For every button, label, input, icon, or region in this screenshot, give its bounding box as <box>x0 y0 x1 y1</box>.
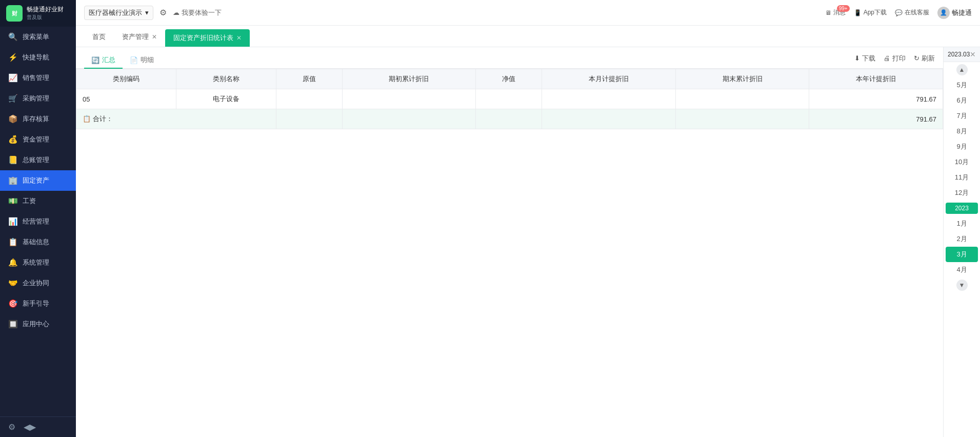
refresh-label: 刷新 <box>922 54 935 63</box>
print-icon: 🖨 <box>884 54 890 62</box>
nav-down-circle[interactable]: ▼ <box>956 280 968 291</box>
date-nav-down[interactable]: ▼ <box>944 277 980 293</box>
fixed-asset-icon: 🏢 <box>8 176 17 185</box>
row-monthly-dep <box>542 89 676 109</box>
sidebar-label-quicknav: 快捷导航 <box>23 53 49 62</box>
sidebar-item-inventory[interactable]: 📦 库存核算 <box>0 109 76 129</box>
print-btn[interactable]: 🖨 打印 <box>884 54 906 63</box>
subtotal-row: 📋 合计： 791.67 <box>76 109 943 129</box>
date-year-badge[interactable]: 2023 <box>946 203 978 214</box>
sales-icon: 📈 <box>8 73 17 83</box>
sidebar-item-system[interactable]: 🔔 系统管理 <box>0 252 76 273</box>
sidebar-label-purchase: 采购管理 <box>23 94 49 103</box>
date-panel: 2023.03 ✕ ⤢ ▲ 5月 6月 7月 8月 9月 10月 11月 12月… <box>943 47 980 437</box>
subtotal-net-value <box>476 109 542 129</box>
date-month-6[interactable]: 6月 <box>944 93 980 108</box>
company-selector[interactable]: 医疗器械行业演示 ▾ <box>84 6 153 20</box>
sidebar-item-collab[interactable]: 🤝 企业协同 <box>0 273 76 293</box>
tab-depreciation-close[interactable]: ✕ <box>236 34 242 42</box>
col-name: 类别名称 <box>176 69 276 89</box>
subtotal-beginning-dep <box>342 109 476 129</box>
download-icon: ⬇ <box>854 54 860 62</box>
date-panel-close-btn[interactable]: ✕ <box>970 50 976 58</box>
subtotal-expand-icon: 📋 <box>83 115 91 123</box>
settings-footer-icon[interactable]: ⚙ <box>8 422 15 432</box>
download-label: 下载 <box>862 54 875 63</box>
sub-tab-summary[interactable]: 🔄 汇总 <box>84 52 123 69</box>
app-center-icon: 🔲 <box>8 320 17 329</box>
sidebar-item-ledger[interactable]: 📒 总账管理 <box>0 150 76 170</box>
system-icon: 🔔 <box>8 258 17 267</box>
col-code: 类别编码 <box>76 69 176 89</box>
nav-up-circle[interactable]: ▲ <box>956 64 968 75</box>
ledger-icon: 📒 <box>8 155 17 165</box>
date-month-7[interactable]: 7月 <box>944 108 980 124</box>
tab-home[interactable]: 首页 <box>84 28 114 47</box>
sub-tab-actions: ⬇ 下载 🖨 打印 ↻ 刷新 <box>854 54 935 67</box>
download-btn[interactable]: ⬇ 下载 <box>854 54 875 63</box>
sidebar-item-search[interactable]: 🔍 搜索菜单 <box>0 27 76 47</box>
date-month-10[interactable]: 10月 <box>944 154 980 170</box>
date-month-1[interactable]: 1月 <box>944 216 980 231</box>
logo-version: 普及版 <box>27 14 64 21</box>
collapse-icon[interactable]: ◀▶ <box>24 422 36 432</box>
sidebar-item-fixed-asset[interactable]: 🏢 固定资产 <box>0 170 76 191</box>
sidebar-item-sales[interactable]: 📈 销售管理 <box>0 68 76 88</box>
message-badge: 99+ <box>837 5 850 12</box>
subtotal-ending-dep <box>675 109 809 129</box>
sidebar-label-operation: 经营管理 <box>23 217 49 226</box>
sidebar-item-finance[interactable]: 💰 资金管理 <box>0 129 76 150</box>
app-download-btn[interactable]: 📱 App下载 <box>854 8 887 17</box>
print-label: 打印 <box>892 54 906 63</box>
sidebar-item-app-center[interactable]: 🔲 应用中心 <box>0 314 76 334</box>
tab-depreciation-label: 固定资产折旧统计表 <box>173 33 233 43</box>
refresh-btn[interactable]: ↻ 刷新 <box>914 54 935 63</box>
purchase-icon: 🛒 <box>8 94 17 103</box>
collab-icon: 🤝 <box>8 279 17 288</box>
sidebar-label-app-center: 应用中心 <box>23 320 49 329</box>
trial-label: 我要体验一下 <box>182 8 222 17</box>
tab-home-label: 首页 <box>92 32 106 42</box>
col-yearly-dep: 本年计提折旧 <box>809 69 943 89</box>
date-month-3-active[interactable]: 3月 <box>946 247 978 262</box>
sub-tab-detail[interactable]: 📄 明细 <box>123 52 161 69</box>
online-service-btn[interactable]: 💬 在线客服 <box>895 8 929 17</box>
row-ending-dep <box>675 89 809 109</box>
date-month-11[interactable]: 11月 <box>944 170 980 185</box>
app-download-label: App下载 <box>864 8 887 17</box>
summary-tab-label: 汇总 <box>102 55 115 65</box>
sidebar-item-payroll[interactable]: 💵 工资 <box>0 191 76 211</box>
trial-btn[interactable]: ☁ 我要体验一下 <box>173 8 222 17</box>
sidebar-label-guide: 新手引导 <box>23 299 49 308</box>
date-nav-up[interactable]: ▲ <box>944 62 980 77</box>
message-btn[interactable]: 🖥 消息 99+ <box>825 8 846 17</box>
date-month-9[interactable]: 9月 <box>944 139 980 154</box>
sidebar-item-basic-info[interactable]: 📋 基础信息 <box>0 232 76 252</box>
date-month-4[interactable]: 4月 <box>944 262 980 277</box>
date-month-8[interactable]: 8月 <box>944 124 980 139</box>
tab-asset-mgmt-label: 资产管理 <box>122 32 149 42</box>
tab-depreciation[interactable]: 固定资产折旧统计表 ✕ <box>165 29 250 47</box>
basic-info-icon: 📋 <box>8 237 17 247</box>
row-yearly-dep: 791.67 <box>809 89 943 109</box>
topbar-actions: 🖥 消息 99+ 📱 App下载 💬 在线客服 👤 畅捷通 <box>825 7 972 19</box>
content-area: 🔄 汇总 📄 明细 ⬇ 下载 🖨 打印 <box>76 47 980 437</box>
sidebar-item-purchase[interactable]: 🛒 采购管理 <box>0 88 76 109</box>
tab-asset-mgmt-close[interactable]: ✕ <box>152 33 157 41</box>
subtotal-monthly-dep <box>542 109 676 129</box>
payroll-icon: 💵 <box>8 196 17 206</box>
search-icon: 🔍 <box>8 32 17 42</box>
sidebar-item-quicknav[interactable]: ⚡ 快捷导航 <box>0 47 76 68</box>
sidebar-item-operation[interactable]: 📊 经营管理 <box>0 211 76 232</box>
date-month-2[interactable]: 2月 <box>944 231 980 247</box>
topbar-settings-icon[interactable]: ⚙ <box>159 8 167 17</box>
row-original-value <box>276 89 342 109</box>
sidebar-item-guide[interactable]: 🎯 新手引导 <box>0 293 76 314</box>
logo-icon: 财 <box>6 5 23 22</box>
date-month-5[interactable]: 5月 <box>944 77 980 93</box>
user-avatar: 👤 <box>937 7 950 19</box>
user-btn[interactable]: 👤 畅捷通 <box>937 7 972 19</box>
date-month-12[interactable]: 12月 <box>944 185 980 201</box>
subtotal-yearly-dep: 791.67 <box>809 109 943 129</box>
tab-asset-mgmt[interactable]: 资产管理 ✕ <box>114 28 165 47</box>
